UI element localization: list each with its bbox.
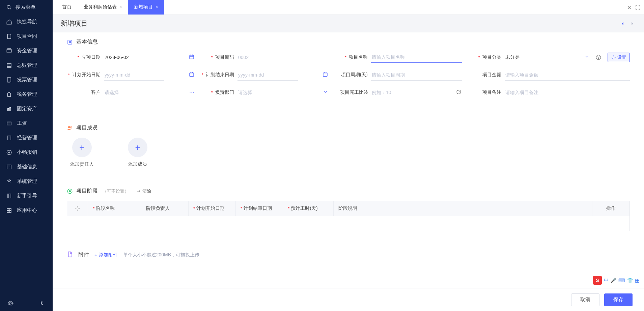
sidebar-item-2[interactable]: 资金管理 (0, 44, 53, 58)
input-proj-code[interactable] (237, 52, 329, 63)
sidebar-item-label: 应用中心 (17, 207, 37, 214)
tab-2[interactable]: 新增项目× (128, 0, 164, 15)
add-member-button[interactable]: + (128, 138, 147, 157)
calendar-icon[interactable] (189, 54, 194, 61)
help-icon[interactable] (456, 89, 461, 96)
calendar-icon[interactable] (323, 72, 328, 78)
label-proj-name: 项目名称 (334, 54, 368, 60)
label-proj-code: 项目编码 (200, 54, 234, 60)
label-plan-end: 计划结束日期 (200, 72, 234, 78)
sidebar-item-13[interactable]: 应用中心 (0, 203, 53, 218)
chevron-down-icon[interactable] (323, 90, 328, 95)
label-lx-date: 立项日期 (67, 54, 101, 60)
tab-label: 业务利润预估表 (84, 4, 117, 10)
label-customer: 客户 (67, 89, 101, 95)
close-all-tabs-icon[interactable]: × (627, 4, 631, 11)
sidebar-item-0[interactable]: 快捷导航 (0, 15, 53, 29)
input-plan-start[interactable] (104, 69, 164, 81)
page-footer: 取消 保存 (53, 288, 644, 311)
appcenter-icon (6, 207, 12, 214)
sidebar-item-6[interactable]: 固定资产 (0, 102, 53, 116)
close-icon[interactable]: × (119, 5, 122, 9)
add-owner-button[interactable]: + (72, 138, 92, 157)
sidebar-item-4[interactable]: 发票管理 (0, 73, 53, 87)
add-member-label: 添加成员 (128, 161, 147, 167)
col-plan-end: 计划结束日期 (236, 201, 283, 216)
tab-1[interactable]: 业务利润预估表× (78, 0, 128, 15)
section-basic: 基本信息 立项日期 项目编码 (57, 32, 639, 113)
col-stage-owner: 阶段负责人 (141, 201, 189, 216)
input-period[interactable] (371, 69, 462, 81)
svg-point-23 (68, 126, 70, 128)
col-gear[interactable] (67, 201, 88, 216)
label-complete-pct: 项目完工比% (334, 89, 368, 95)
cancel-button[interactable]: 取消 (571, 293, 599, 306)
section-title: 项目成员 (76, 124, 98, 132)
input-complete-pct[interactable] (371, 87, 431, 98)
tab-0[interactable]: 首页 (56, 0, 78, 15)
sidebar-item-label: 快捷导航 (17, 19, 37, 25)
tab-label: 首页 (62, 4, 72, 10)
sidebar-item-8[interactable]: 经营管理 (0, 131, 53, 145)
salary-icon (6, 120, 12, 126)
select-customer[interactable] (104, 87, 164, 98)
sidebar: 搜索菜单 快捷导航 项目合同 资金管理 总账管理 发票管理 税务管理 固定资产 … (0, 0, 53, 311)
sidebar-item-12[interactable]: 新手引导 (0, 189, 53, 203)
col-plan-start: 计划开始日期 (189, 201, 236, 216)
input-proj-name[interactable] (371, 52, 462, 63)
input-remark[interactable] (505, 87, 630, 98)
input-amount[interactable] (505, 69, 630, 81)
members-section-icon (67, 125, 73, 131)
input-lx-date[interactable] (104, 52, 164, 63)
ime-skin-icon: 👕 (627, 278, 633, 283)
sidebar-search[interactable]: 搜索菜单 (0, 0, 53, 15)
sidebar-item-1[interactable]: 项目合同 (0, 29, 53, 44)
sidebar-item-9[interactable]: 小畅报销 (0, 145, 53, 160)
add-attachment-button[interactable]: + 添加附件 (94, 252, 118, 258)
collapse-sidebar-icon[interactable] (39, 300, 45, 306)
sidebar-item-3[interactable]: 总账管理 (0, 58, 53, 73)
select-dept[interactable] (237, 87, 298, 98)
calendar-icon[interactable] (189, 72, 194, 78)
proj-cat-settings-button[interactable]: 设置 (608, 53, 630, 62)
search-icon (6, 4, 12, 10)
svg-point-11 (598, 58, 598, 59)
col-ops: 操作 (592, 201, 629, 216)
sidebar-item-label: 小畅报销 (17, 149, 37, 156)
pager-next-icon[interactable] (628, 20, 636, 27)
attachments-section-icon (67, 251, 73, 258)
guide-icon (6, 193, 12, 199)
wallet-icon (6, 48, 12, 54)
pager-prev-icon[interactable] (619, 20, 626, 27)
col-est-days: 预计工时(天) (283, 201, 334, 216)
ime-mic-icon: 🎤 (611, 278, 616, 283)
reimburse-icon (6, 149, 12, 156)
sidebar-item-label: 基础信息 (17, 164, 37, 170)
help-icon[interactable] (595, 54, 601, 60)
sidebar-item-7[interactable]: 工资 (0, 116, 53, 131)
fullscreen-icon[interactable] (635, 4, 641, 11)
chevron-down-icon[interactable] (585, 55, 589, 60)
sidebar-item-label: 税务管理 (17, 91, 37, 97)
input-plan-end[interactable] (237, 69, 298, 81)
settings-gear-icon[interactable] (7, 300, 13, 306)
sidebar-item-5[interactable]: 税务管理 (0, 87, 53, 102)
sidebar-item-11[interactable]: 系统管理 (0, 174, 53, 189)
asset-icon (6, 106, 12, 112)
col-stage-name: 阶段名称 (88, 201, 141, 216)
home-icon (6, 19, 12, 25)
save-button[interactable]: 保存 (604, 293, 633, 306)
close-icon[interactable]: × (156, 5, 158, 9)
attachment-hint: 单个大小不超过200MB，可拖拽上传 (123, 252, 199, 258)
section-title: 项目阶段 (76, 188, 98, 195)
svg-point-12 (613, 57, 614, 58)
select-proj-cat[interactable] (505, 52, 565, 63)
clear-stages-button[interactable]: 清除 (136, 188, 151, 194)
table-head: 阶段名称 阶段负责人 计划开始日期 计划结束日期 预计工时(天) 阶段说明 操作 (67, 201, 629, 216)
svg-point-22 (458, 93, 459, 93)
sidebar-item-10[interactable]: 基础信息 (0, 160, 53, 174)
sidebar-item-label: 总账管理 (17, 62, 37, 68)
label-proj-cat: 项目分类 (468, 54, 501, 60)
sidebar-item-label: 系统管理 (17, 178, 37, 185)
more-icon[interactable]: ⋯ (189, 89, 194, 95)
